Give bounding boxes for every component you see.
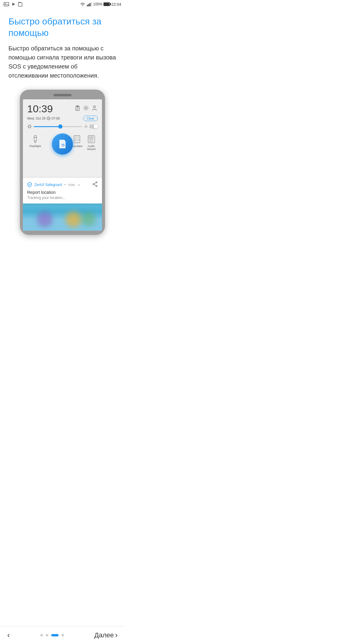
brightness-slider[interactable] [34,126,82,127]
brightness-row: A [27,124,98,129]
status-bar: 100% 22:04 [0,0,125,8]
page-description: Быстро обратиться за помощью с помощью с… [8,44,116,80]
svg-rect-4 [88,4,89,6]
blurred-circle-yellow [65,211,82,228]
svg-point-12 [85,107,87,109]
svg-rect-5 [90,3,91,6]
lock-screen-icons [74,105,98,111]
svg-point-38 [96,185,97,187]
notif-dot: • [64,183,65,187]
battery-icon [103,2,110,6]
lock-screen-header: 10:39 [27,104,98,114]
auto-brightness: A [84,124,98,129]
brightness-auto-icon: A [84,124,88,129]
svg-point-15 [29,126,31,128]
svg-point-37 [93,184,94,185]
svg-rect-20 [75,136,79,138]
svg-rect-26 [78,140,79,141]
play-icon [11,2,16,6]
svg-rect-3 [87,5,88,6]
sd-card-icon [18,2,22,7]
quick-actions: Flashlight [27,132,98,156]
phone-screen: 10:39 [23,99,102,231]
fab-button[interactable] [52,133,73,155]
wifi-icon [80,2,85,6]
flashlight-icon [31,135,40,143]
alarm-icon [47,117,50,120]
svg-point-13 [94,106,96,108]
svg-point-35 [62,145,64,146]
quick-action-audio[interactable]: AudioWizard [87,135,96,152]
lock-time: 10:39 [27,104,53,114]
svg-line-40 [94,184,96,186]
quick-action-flashlight[interactable]: Flashlight [29,135,41,152]
main-content: Быстро обратиться за помощью Быстро обра… [0,8,125,80]
phone-bottom-blurred [23,203,102,231]
phone-speaker [53,94,71,96]
lock-date-text: Wed, Oct 29 [27,117,46,120]
battery-percent: 100% [93,2,103,6]
notification-card: ZenUI Safeguard • now ∧ Report [23,178,102,203]
notif-app-name: ZenUI Safeguard [34,183,62,187]
svg-rect-25 [76,140,78,141]
auto-brightness-toggle[interactable] [89,124,98,129]
audio-label: AudioWizard [87,145,96,151]
svg-rect-24 [75,140,76,141]
svg-rect-2 [18,3,22,6]
svg-rect-21 [75,139,76,139]
brightness-low-icon [27,124,32,129]
svg-rect-23 [78,139,79,139]
svg-rect-6 [91,2,92,6]
time-display: 22:04 [111,2,121,7]
phone-outer: 10:39 [20,90,105,235]
blurred-circle-green [81,211,96,226]
clipboard-icon[interactable] [74,105,81,111]
notif-title: Report location [27,190,98,195]
svg-rect-28 [89,137,91,139]
lock-date-row: Wed, Oct 29 07:00 Clear [27,116,98,121]
page-title: Быстро обратиться за помощью [8,16,116,38]
settings-icon[interactable] [83,105,89,111]
notif-time: now [68,183,75,187]
lock-alarm-text: 07:00 [52,117,60,120]
phone-mockup-container: 10:39 [0,90,125,235]
lock-date: Wed, Oct 29 07:00 [27,117,60,120]
svg-rect-22 [76,139,78,139]
blurred-circle-purple [37,211,53,228]
svg-point-36 [96,182,97,183]
notif-header: ZenUI Safeguard • now ∧ [27,181,98,188]
status-left-icons [4,2,22,7]
person-icon[interactable] [91,105,98,111]
notif-expand-icon[interactable]: ∧ [78,183,80,187]
clear-button[interactable]: Clear [83,116,98,121]
status-right-icons: 100% 22:04 [80,2,121,7]
notif-share-button[interactable] [92,181,98,188]
signal-icon [87,2,92,6]
gallery-icon [4,2,9,6]
notif-subtitle: Tracking your location... [27,196,98,200]
lock-screen: 10:39 [23,99,102,178]
audio-wizard-icon [87,135,96,143]
flashlight-label: Flashlight [29,145,41,148]
svg-rect-18 [34,137,37,141]
svg-line-39 [94,183,96,184]
calculator-icon [73,135,81,143]
svg-rect-29 [91,137,93,138]
fab-location-icon [56,138,68,150]
shield-icon [27,182,32,187]
